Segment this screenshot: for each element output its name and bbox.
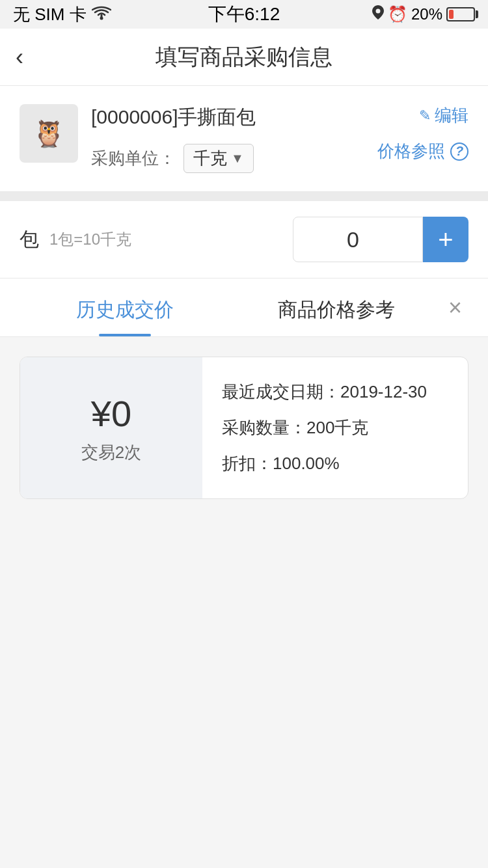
history-detail-qty: 采购数量：200千克 (222, 416, 448, 439)
product-info: [0000006]手撕面包 采购单位： 千克 ▼ (91, 104, 256, 173)
wifi-icon (92, 5, 111, 25)
section-divider (0, 192, 488, 201)
plus-icon: + (438, 225, 453, 254)
tab-price-ref-label: 商品价格参考 (278, 299, 395, 320)
page-title: 填写商品采购信息 (156, 42, 332, 72)
nav-bar: ‹ 填写商品采购信息 (0, 29, 488, 86)
status-bar: 无 SIM 卡 下午6:12 ⏰ 20% (0, 0, 488, 29)
date-value: 2019-12-30 (340, 382, 427, 401)
price-ref-button[interactable]: 价格参照 ? (377, 140, 468, 163)
quantity-equiv: 1包=10千克 (49, 229, 131, 250)
product-left: 🦉 [0000006]手撕面包 采购单位： 千克 ▼ (20, 104, 256, 173)
product-name: [0000006]手撕面包 (91, 104, 256, 131)
status-left: 无 SIM 卡 (13, 3, 111, 26)
quantity-input[interactable] (293, 217, 423, 262)
quantity-plus-button[interactable]: + (423, 217, 468, 262)
discount-label: 折扣： (222, 454, 273, 473)
history-right: 最近成交日期：2019-12-30 采购数量：200千克 折扣：100.00% (202, 357, 468, 498)
history-trades: 交易2次 (81, 441, 141, 464)
tab-history-price[interactable]: 历史成交价 (20, 278, 230, 336)
edit-button[interactable]: ✎ 编辑 (419, 104, 468, 127)
history-card: ¥0 交易2次 最近成交日期：2019-12-30 采购数量：200千克 折扣：… (20, 357, 468, 499)
edit-label: 编辑 (435, 104, 468, 127)
history-left: ¥0 交易2次 (20, 357, 202, 498)
price-ref-label: 价格参照 (377, 140, 445, 163)
unit-value: 千克 (193, 147, 227, 170)
price-ref-icon: ? (450, 142, 468, 161)
back-button[interactable]: ‹ (16, 44, 23, 71)
battery-percent: 20% (411, 5, 442, 23)
quantity-left: 包 1包=10千克 (20, 226, 131, 253)
product-card: 🦉 [0000006]手撕面包 采购单位： 千克 ▼ ✎ 编辑 价格参照 (0, 86, 488, 192)
alarm-icon: ⏰ (388, 5, 407, 23)
edit-icon: ✎ (419, 107, 431, 124)
svg-point-0 (100, 16, 103, 20)
quantity-input-area: + (293, 217, 468, 262)
product-thumbnail: 🦉 (20, 104, 78, 163)
tab-product-price-ref[interactable]: 商品价格参考 (230, 278, 441, 336)
unit-label: 采购单位： (91, 147, 176, 170)
product-right: ✎ 编辑 价格参照 ? (377, 104, 468, 163)
unit-arrow-icon: ▼ (231, 151, 244, 166)
quantity-row: 包 1包=10千克 + (0, 201, 488, 278)
tab-close-button[interactable]: × (442, 288, 468, 328)
product-unit-row: 采购单位： 千克 ▼ (91, 144, 256, 173)
tab-history-label: 历史成交价 (76, 299, 174, 320)
status-right: ⏰ 20% (372, 5, 475, 23)
quantity-unit: 包 (20, 226, 39, 253)
history-detail-discount: 折扣：100.00% (222, 452, 448, 475)
product-icon: 🦉 (33, 118, 65, 149)
date-label: 最近成交日期： (222, 382, 340, 401)
history-price: ¥0 (91, 392, 131, 435)
location-icon (372, 5, 384, 23)
carrier-text: 无 SIM 卡 (13, 3, 87, 26)
bottom-area (0, 519, 488, 868)
qty-label: 采购数量： (222, 418, 306, 437)
status-time: 下午6:12 (208, 2, 280, 27)
qty-value: 200千克 (306, 418, 368, 437)
discount-value: 100.00% (273, 454, 340, 473)
unit-selector[interactable]: 千克 ▼ (183, 144, 254, 173)
battery-icon (446, 7, 475, 21)
history-detail-date: 最近成交日期：2019-12-30 (222, 381, 448, 403)
svg-point-1 (375, 9, 380, 14)
tabs-row: 历史成交价 商品价格参考 × (0, 278, 488, 337)
history-section: ¥0 交易2次 最近成交日期：2019-12-30 采购数量：200千克 折扣：… (0, 337, 488, 519)
